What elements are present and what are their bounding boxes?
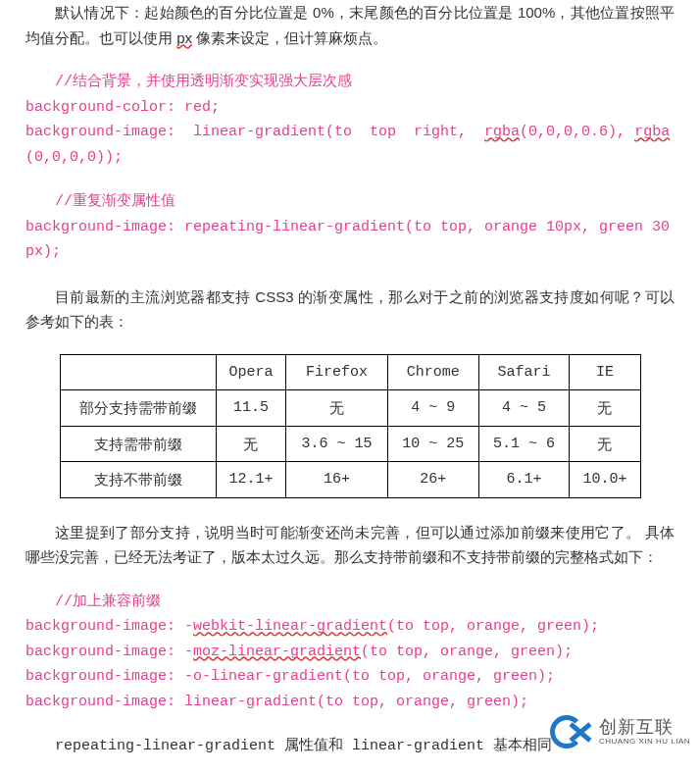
logo-icon xyxy=(550,712,593,751)
code-comment: //结合背景，并使用透明渐变实现强大层次感 xyxy=(55,74,352,90)
table-header xyxy=(60,354,216,390)
paragraph-partial-support: 这里提到了部分支持，说明当时可能渐变还尚未完善，但可以通过添加前缀来使用它了。 … xyxy=(25,520,675,570)
table-cell: 12.1+ xyxy=(216,462,286,498)
code-line: background-image: -o-linear-gradient(to … xyxy=(25,668,555,685)
table-cell: 4 ~ 9 xyxy=(387,390,478,427)
table-header-row: Opera Firefox Chrome Safari IE xyxy=(60,354,640,390)
code-line: background-image: linear-gradient(to top… xyxy=(25,124,484,140)
code-line: background-image: linear-gradient(to top… xyxy=(25,694,528,710)
table-cell: 5.1 ~ 6 xyxy=(478,426,570,462)
code-line: (0,0,0,0)); xyxy=(25,149,123,166)
table-header: IE xyxy=(570,354,640,390)
table-header: Safari xyxy=(478,354,570,390)
table-row: 支持不带前缀 12.1+ 16+ 26+ 6.1+ 10.0+ xyxy=(60,462,640,498)
table-cell: 支持需带前缀 xyxy=(60,426,216,462)
webkit-prefix: webkit-linear-gradient xyxy=(193,618,387,635)
table-cell: 无 xyxy=(286,390,387,427)
watermark-logo: 创新互联 CHUANG XIN HU LIAN xyxy=(550,712,690,751)
code-block-gradient-bg: //结合背景，并使用透明渐变实现强大层次感 background-color: … xyxy=(25,70,675,170)
logo-text: 创新互联 CHUANG XIN HU LIAN xyxy=(599,718,690,746)
table-header: Opera xyxy=(216,354,286,390)
code-block-repeating: //重复渐变属性值 background-image: repeating-li… xyxy=(25,189,675,265)
table-cell: 26+ xyxy=(387,462,478,498)
logo-cn: 创新互联 xyxy=(599,718,690,736)
rgba-func: rgba xyxy=(634,124,670,140)
code-block-prefixes: //加上兼容前缀 background-image: -webkit-linea… xyxy=(25,590,675,715)
code-line: (0,0,0,0.6), xyxy=(520,124,634,140)
table-cell: 4 ~ 5 xyxy=(478,390,570,427)
table-cell: 无 xyxy=(216,426,286,462)
table-header: Chrome xyxy=(387,354,478,390)
table-cell: 支持不带前缀 xyxy=(60,462,216,498)
table-cell: 11.5 xyxy=(216,390,286,427)
table-row: 部分支持需带前缀 11.5 无 4 ~ 9 4 ~ 5 无 xyxy=(60,390,640,427)
table-cell: 10.0+ xyxy=(570,462,640,498)
rgba-func: rgba xyxy=(484,124,520,140)
table-cell: 无 xyxy=(570,426,640,462)
code-line: background-color: red; xyxy=(25,99,220,116)
code-line: (to top, orange, green); xyxy=(387,618,599,635)
table-cell: 16+ xyxy=(286,462,387,498)
code-comment: //重复渐变属性值 xyxy=(55,193,175,210)
table-header: Firefox xyxy=(286,354,387,390)
px-literal: px xyxy=(176,29,192,46)
table-cell: 10 ~ 25 xyxy=(387,426,478,462)
code-line: background-image: repeating-linear-gradi… xyxy=(25,219,670,261)
code-line: background-image: - xyxy=(25,618,193,635)
paragraph-browser-support: 目前最新的主流浏览器都支持 CSS3 的渐变属性，那么对于之前的浏览器支持度如何… xyxy=(25,284,675,335)
code-line: (to top, orange, green); xyxy=(361,644,573,660)
table-cell: 无 xyxy=(570,390,640,427)
moz-prefix: moz-linear-gradient xyxy=(193,644,361,660)
code-line: background-image: - xyxy=(25,644,193,660)
text: 像素来设定，但计算麻烦点。 xyxy=(192,29,387,46)
logo-en: CHUANG XIN HU LIAN xyxy=(599,738,690,746)
table-cell: 3.6 ~ 15 xyxy=(286,426,387,462)
table-row: 支持需带前缀 无 3.6 ~ 15 10 ~ 25 5.1 ~ 6 无 xyxy=(60,426,640,462)
table-cell: 6.1+ xyxy=(478,462,570,498)
paragraph-intro: 默认情况下：起始颜色的百分比位置是 0%，末尾颜色的百分比位置是 100%，其他… xyxy=(25,0,675,50)
code-comment: //加上兼容前缀 xyxy=(55,593,161,610)
browser-support-table: Opera Firefox Chrome Safari IE 部分支持需带前缀 … xyxy=(60,354,641,498)
table-cell: 部分支持需带前缀 xyxy=(60,390,216,427)
